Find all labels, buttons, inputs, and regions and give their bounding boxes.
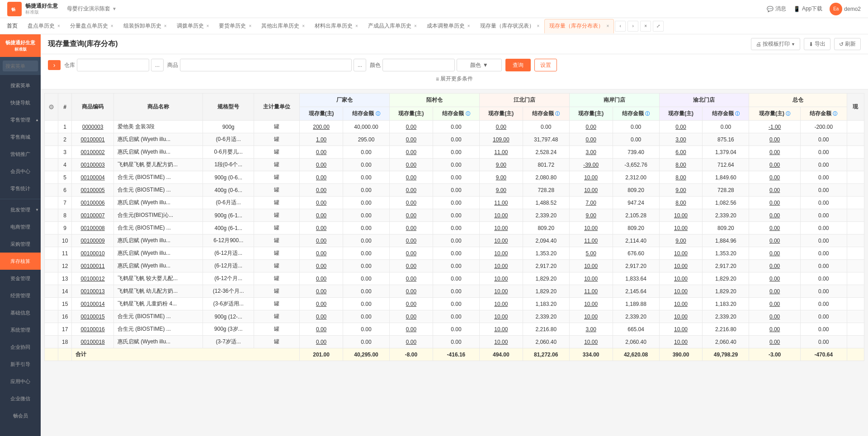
tab-10[interactable]: 现存量（库存状况表） × — [475, 19, 545, 33]
cell-code[interactable]: 00100018 — [72, 336, 113, 348]
cell-m-qty[interactable]: 0.00 — [390, 323, 433, 336]
cell-total-qty[interactable]: 0.00 — [749, 323, 800, 336]
search-input[interactable] — [3, 61, 38, 71]
cell-na-qty[interactable]: 11.00 — [569, 234, 613, 247]
cell-code[interactable]: 00100004 — [72, 171, 113, 184]
refresh-button[interactable]: ↺ 刷新 — [834, 38, 861, 50]
cell-yb-qty[interactable]: 8.00 — [659, 159, 703, 171]
cell-jb-qty[interactable]: 9.00 — [479, 171, 523, 184]
cell-code[interactable]: 00100007 — [72, 209, 113, 222]
tab-2-close[interactable]: × — [111, 23, 113, 28]
print-button[interactable]: 🖨 按模板打印 ▼ — [751, 38, 800, 50]
cell-f-qty[interactable]: 0.00 — [300, 310, 343, 323]
cell-yb-qty[interactable]: 6.00 — [659, 146, 703, 159]
cell-m-qty[interactable]: 0.00 — [390, 222, 433, 234]
cell-total-qty[interactable]: 0.00 — [749, 146, 800, 159]
cell-yb-qty[interactable]: 10.00 — [659, 272, 703, 285]
cell-jb-qty[interactable]: 10.00 — [479, 209, 523, 222]
cell-jb-qty[interactable]: 10.00 — [479, 247, 523, 260]
cell-yb-qty[interactable]: 10.00 — [659, 323, 703, 336]
cell-na-qty[interactable]: 0.00 — [569, 121, 613, 133]
cell-yb-qty[interactable]: 8.00 — [659, 197, 703, 209]
th-settings[interactable]: ⚙ — [45, 94, 58, 121]
cell-jb-qty[interactable]: 10.00 — [479, 260, 523, 272]
tab-1[interactable]: 盘点单历史 × — [23, 19, 65, 33]
cell-jb-qty[interactable]: 10.00 — [479, 336, 523, 348]
cell-code[interactable]: 00100008 — [72, 222, 113, 234]
cell-m-qty[interactable]: 0.00 — [390, 184, 433, 197]
cell-na-qty[interactable]: 0.00 — [569, 133, 613, 146]
cell-m-qty[interactable]: 0.00 — [390, 247, 433, 260]
cell-m-qty[interactable]: 0.00 — [390, 234, 433, 247]
cell-f-qty[interactable]: 0.00 — [300, 171, 343, 184]
cell-yb-qty[interactable]: 10.00 — [659, 310, 703, 323]
sidebar-item-mall[interactable]: 零售商城 — [0, 128, 41, 145]
cell-code[interactable]: 00100005 — [72, 184, 113, 197]
cell-na-qty[interactable]: 10.00 — [569, 336, 613, 348]
cell-total-qty[interactable]: -1.00 — [749, 121, 800, 133]
tab-6[interactable]: 其他出库单历史 × — [256, 19, 310, 33]
tab-7[interactable]: 材料出库单历史 × — [310, 19, 363, 33]
sidebar-item-apps[interactable]: 应用中心 — [0, 373, 41, 390]
tab-3[interactable]: 组装拆卸单历史 × — [118, 19, 172, 33]
sidebar-item-finance[interactable]: 资金管理 — [0, 270, 41, 287]
sidebar-item-member[interactable]: 会员中心 — [0, 163, 41, 180]
cell-total-qty[interactable]: 0.00 — [749, 209, 800, 222]
cell-code[interactable]: 00100011 — [72, 260, 113, 272]
color-input[interactable] — [382, 59, 455, 71]
cell-yb-qty[interactable]: 10.00 — [659, 285, 703, 298]
settings-button[interactable]: 设置 — [534, 59, 557, 71]
sidebar-item-basic[interactable]: 基础信息 — [0, 304, 41, 321]
tab-2[interactable]: 分量盘点单历史 × — [65, 19, 118, 33]
cell-f-qty[interactable]: 0.00 — [300, 298, 343, 310]
cell-na-qty[interactable]: 3.00 — [569, 323, 613, 336]
sidebar-item-nav[interactable]: 快捷导航 — [0, 94, 41, 111]
cell-total-qty[interactable]: 0.00 — [749, 184, 800, 197]
cell-na-qty[interactable]: -39.00 — [569, 159, 613, 171]
sidebar-item-inventory[interactable]: 库存核算 — [0, 253, 41, 270]
cell-na-qty[interactable]: 9.00 — [569, 209, 613, 222]
tab-8[interactable]: 产成品入库单历史 × — [363, 19, 422, 33]
sidebar-item-system[interactable]: 系统管理 — [0, 321, 41, 338]
cell-jb-qty[interactable]: 10.00 — [479, 222, 523, 234]
cell-total-qty[interactable]: 0.00 — [749, 298, 800, 310]
cell-code[interactable]: 00100010 — [72, 247, 113, 260]
cell-f-qty[interactable]: 0.00 — [300, 159, 343, 171]
cell-jb-qty[interactable]: 11.00 — [479, 146, 523, 159]
cell-jb-qty[interactable]: 10.00 — [479, 323, 523, 336]
cell-total-qty[interactable]: 0.00 — [749, 197, 800, 209]
tab-9-close[interactable]: × — [467, 23, 470, 28]
industry-arrow[interactable]: ▼ — [112, 6, 117, 11]
cell-na-qty[interactable]: 10.00 — [569, 272, 613, 285]
cell-total-qty[interactable]: 0.00 — [749, 260, 800, 272]
cell-yb-qty[interactable]: 10.00 — [659, 247, 703, 260]
sidebar-item-ecommerce[interactable]: 电商管理 — [0, 218, 41, 235]
cell-f-qty[interactable]: 0.00 — [300, 197, 343, 209]
cell-f-qty[interactable]: 1.00 — [300, 133, 343, 146]
cell-na-qty[interactable]: 10.00 — [569, 310, 613, 323]
cell-total-qty[interactable]: 0.00 — [749, 272, 800, 285]
sidebar-item-operations[interactable]: 经营管理 — [0, 287, 41, 304]
cell-code[interactable]: 00100016 — [72, 323, 113, 336]
export-button[interactable]: ⬇ 导出 — [804, 38, 830, 50]
tab-8-close[interactable]: × — [414, 23, 417, 28]
tab-9[interactable]: 成本调整单历史 × — [422, 19, 475, 33]
cell-jb-qty[interactable]: 10.00 — [479, 272, 523, 285]
cell-yb-qty[interactable]: 10.00 — [659, 209, 703, 222]
tab-7-close[interactable]: × — [355, 23, 358, 28]
settings-icon[interactable]: ⚙ — [48, 103, 54, 111]
tab-5-close[interactable]: × — [249, 23, 251, 28]
cell-m-qty[interactable]: 0.00 — [390, 121, 433, 133]
cell-code[interactable]: 00100013 — [72, 285, 113, 298]
cell-total-qty[interactable]: 0.00 — [749, 171, 800, 184]
tab-nav-expand[interactable]: ⤢ — [653, 21, 664, 32]
sidebar-item-membership[interactable]: 畅会员 — [0, 407, 41, 424]
tab-1-close[interactable]: × — [57, 23, 60, 28]
tab-6-close[interactable]: × — [302, 23, 305, 28]
tab-11-close[interactable]: × — [606, 23, 609, 28]
cell-na-qty[interactable]: 10.00 — [569, 298, 613, 310]
cell-jb-qty[interactable]: 10.00 — [479, 285, 523, 298]
message-btn[interactable]: 💬 消息 — [767, 5, 786, 13]
table-container[interactable]: ⚙ # 商品编码 商品名称 规格型号 主计量单位 厂家仓 陌村仓 江北门店 南岸… — [41, 89, 868, 436]
tab-nav-close-all[interactable]: × — [640, 21, 651, 32]
